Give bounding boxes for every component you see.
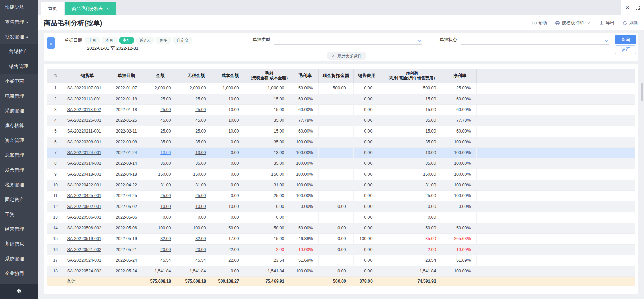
date-pill-自定义[interactable]: 自定义 (173, 37, 192, 44)
tab-product-profit-analysis[interactable]: 商品毛利分析表 × (65, 2, 116, 15)
tax-free-amount-link[interactable]: 45.00 (195, 118, 206, 123)
table-row[interactable]: 5SA-20220211-0012022-02-1125.0025.0010.0… (47, 126, 635, 137)
col-header-margin[interactable]: 毛利率 (292, 69, 318, 83)
sidebar-item-marketing[interactable]: 营销推广 (0, 44, 38, 59)
query-button[interactable]: 查询 (615, 35, 636, 44)
tax-free-amount-link[interactable]: 25.00 (195, 97, 206, 101)
col-header-discount[interactable]: 现金折扣金额 (318, 69, 353, 83)
doc-link[interactable]: SA-20220519-001 (67, 236, 101, 241)
doc-type-select[interactable] (274, 37, 422, 45)
table-row[interactable]: 10SA-20220422-0012022-04-2231.0031.000.0… (47, 180, 635, 190)
sidebar-item-inventory-accounting[interactable]: 库存核算 (0, 118, 38, 133)
sidebar-item-general-ledger[interactable]: 总账管理 (0, 148, 38, 163)
doc-link[interactable]: SA-20220506-002 (67, 226, 101, 230)
amount-link[interactable]: 35.00 (160, 161, 171, 166)
tax-free-amount-link[interactable]: 150.00 (193, 172, 206, 177)
tax-free-amount-link[interactable]: 45.54 (195, 258, 206, 263)
doc-link[interactable]: SA-20220418-001 (67, 172, 101, 177)
amount-link[interactable]: 13.00 (160, 150, 171, 155)
sidebar-item-sales[interactable]: 销售管理 (0, 59, 38, 74)
expand-panel-button[interactable]: » (47, 37, 55, 49)
amount-link[interactable]: 45.54 (160, 258, 171, 263)
amount-link[interactable]: 150.00 (158, 172, 171, 177)
doc-link[interactable]: SA-20220524-002 (67, 269, 101, 273)
doc-link[interactable]: SA-20220124-001 (67, 150, 101, 155)
date-range-value[interactable]: 2022-01-01 至 2022-12-31 (87, 45, 138, 51)
table-row[interactable]: 6SA-20220308-0012022-03-0835.0035.000.00… (47, 137, 635, 147)
tax-free-amount-link[interactable]: 1,541.84 (190, 269, 206, 273)
col-header-tax-free[interactable]: 无税金额 (179, 69, 214, 83)
table-row[interactable]: 18SA-20220524-0022022-05-241,541.841,541… (47, 266, 635, 276)
tax-free-amount-link[interactable]: 25.00 (195, 129, 206, 134)
col-header-date[interactable]: 单据日期 (111, 69, 142, 83)
tax-free-amount-link[interactable]: 35.00 (195, 140, 206, 144)
doc-link[interactable]: SA-20220118-002 (67, 107, 101, 112)
amount-link[interactable]: 25.00 (160, 97, 171, 101)
col-header-net-rate[interactable]: 净利率 (444, 69, 476, 83)
doc-link[interactable]: SA-20220524-001 (67, 258, 101, 263)
date-pill-近7天[interactable]: 近7天 (136, 37, 154, 44)
tax-free-amount-link[interactable]: 35.00 (195, 161, 206, 166)
table-row[interactable]: 2SA-20220118-0012022-01-1825.0025.0010.0… (47, 94, 635, 104)
col-header-amount[interactable]: 金额 (142, 69, 179, 83)
sidebar-item-collaboration[interactable]: 企业协同 (0, 266, 38, 281)
date-pill-本年[interactable]: 本年 (119, 37, 134, 44)
expand-more-button[interactable]: 展开更多条件 (327, 52, 366, 60)
tax-free-amount-link[interactable]: 20.00 (195, 247, 206, 252)
doc-link[interactable]: SA-20220521-002 (67, 247, 101, 252)
sidebar-item-retail[interactable]: 零售管理 (0, 15, 38, 30)
table-row[interactable]: 4SA-20220125-0012022-01-2545.0045.0010.0… (47, 115, 635, 126)
amount-link[interactable]: 32.00 (160, 236, 171, 241)
sidebar-item-ecommerce[interactable]: 电商管理 (0, 89, 38, 104)
sidebar-item-basic-info[interactable]: 基础信息 (0, 237, 38, 252)
sidebar-item-wholesale[interactable]: 批发管理 (0, 30, 38, 44)
table-row[interactable]: 15SA-20220519-0012022-05-1932.0032.0017.… (47, 233, 635, 244)
doc-link[interactable]: SA-20220211-001 (67, 129, 101, 134)
amount-link[interactable]: 100.00 (158, 226, 171, 230)
date-pill-本月[interactable]: 本月 (102, 37, 117, 44)
amount-link[interactable]: 10.00 (160, 204, 171, 209)
sidebar-item-system[interactable]: 系统管理 (0, 252, 38, 266)
tax-free-amount-link[interactable]: 100.00 (193, 226, 206, 230)
scrollbar-thumb[interactable] (641, 83, 643, 101)
table-row[interactable]: 13SA-20220506-0012022-05-060.000.000.000… (47, 212, 635, 223)
export-button[interactable]: 导出 (599, 20, 614, 26)
settings-button[interactable]: 设置 (615, 45, 636, 54)
table-row[interactable]: 11SA-20220425-0012022-04-2525.0025.000.0… (47, 190, 635, 201)
fullscreen-icon[interactable] (635, 5, 640, 10)
doc-status-select[interactable] (461, 37, 609, 45)
amount-link[interactable]: 35.00 (160, 140, 171, 144)
date-pill-上月[interactable]: 上月 (85, 37, 100, 44)
amount-link[interactable]: 1,541.84 (155, 269, 171, 273)
table-row[interactable]: 9SA-20220418-0012022-04-18150.00150.000.… (47, 169, 635, 180)
table-row[interactable]: 17SA-20220524-0012022-05-2445.5445.5422.… (47, 255, 635, 266)
col-header-doc[interactable]: 销货单 (64, 69, 111, 83)
sidebar-item-purchase[interactable]: 采购管理 (0, 104, 38, 118)
table-row[interactable]: 12SA-20220502-0012022-05-0210.0010.0010.… (47, 201, 635, 212)
table-row[interactable]: 3SA-20220118-0022022-01-1825.0025.0010.0… (47, 104, 635, 115)
tab-close-icon[interactable]: × (106, 6, 109, 11)
tax-free-amount-link[interactable]: 25.00 (195, 193, 206, 198)
sidebar-item-funds[interactable]: 资金管理 (0, 133, 38, 148)
table-row[interactable]: 8SA-20220314-0012022-03-1435.0035.000.00… (47, 158, 635, 169)
doc-link[interactable]: SA-20220125-001 (67, 118, 101, 123)
sidebar-item-payroll[interactable]: 工资 (0, 207, 38, 222)
help-button[interactable]: ? 帮助 (532, 20, 547, 26)
tax-free-amount-link[interactable]: 2,000.00 (190, 86, 206, 90)
tax-free-amount-link[interactable]: 13.00 (195, 150, 206, 155)
col-header-profit[interactable]: 毛利（无税金额-成本金额） (247, 69, 292, 83)
col-header-cost[interactable]: 成本金额 (214, 69, 247, 83)
amount-link[interactable]: 0.00 (163, 215, 171, 220)
amount-link[interactable]: 25.00 (160, 193, 171, 198)
doc-link[interactable]: SA-20220506-001 (67, 215, 101, 220)
amount-link[interactable]: 25.00 (160, 129, 171, 134)
doc-link[interactable]: SA-20220314-001 (67, 161, 101, 166)
doc-link[interactable]: SA-20220422-001 (67, 183, 101, 187)
col-header-expense[interactable]: 销售费用 (353, 69, 380, 83)
doc-link[interactable]: SA-20220425-001 (67, 193, 101, 198)
close-window-icon[interactable]: × (625, 5, 629, 11)
amount-link[interactable]: 31.00 (160, 183, 171, 187)
amount-link[interactable]: 25.00 (160, 107, 171, 112)
sidebar-item-quick-nav[interactable]: 快捷导航 (0, 0, 38, 15)
table-row[interactable]: 14SA-20220506-0022022-05-06100.00100.005… (47, 223, 635, 233)
